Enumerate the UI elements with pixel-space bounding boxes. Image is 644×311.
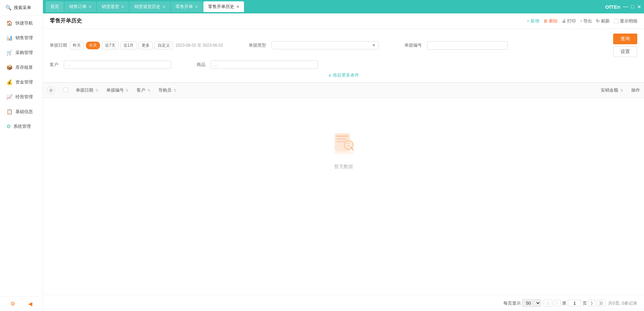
sidebar-item-base-info[interactable]: 📋 基础信息 bbox=[0, 104, 43, 119]
sidebar-item-sys-mgmt[interactable]: ⚙ 系统管理 bbox=[0, 119, 43, 134]
empty-illustration bbox=[327, 125, 360, 158]
first-page-btn[interactable]: ⟨⟨ bbox=[544, 300, 552, 307]
tab-sales-return[interactable]: 销货退货 ✕ bbox=[97, 1, 129, 12]
date-buttons: 昨天 今天 近7天 近1月 更多 自定义 bbox=[70, 42, 173, 49]
tab-home-label: 首页 bbox=[50, 4, 59, 10]
col-customer-label: 客户 bbox=[137, 88, 145, 93]
date-filter-field: 单据日期 昨天 今天 近7天 近1月 更多 自定义 2023-06-02 至 2… bbox=[50, 42, 223, 49]
tab-sales-return-history-close[interactable]: ✕ bbox=[162, 5, 165, 9]
search-menu-item[interactable]: 🔍 搜索采单 bbox=[0, 0, 43, 16]
col-amount-label: 实销金额 bbox=[601, 88, 618, 93]
col-date-header: 单据日期 ⇅ bbox=[72, 83, 102, 98]
col-date-sort-icon[interactable]: ⇅ bbox=[95, 88, 98, 92]
prev-page-btn[interactable]: ⟨ bbox=[554, 300, 561, 307]
col-billno-sort-icon[interactable]: ⇅ bbox=[126, 88, 129, 92]
bill-type-filter-field: 单据类型 ▼ bbox=[249, 41, 379, 49]
goods-value: ... bbox=[214, 62, 315, 67]
page-number-input[interactable] bbox=[568, 300, 581, 307]
date-btn-today[interactable]: 今天 bbox=[86, 42, 100, 49]
bill-type-select[interactable]: ▼ bbox=[271, 41, 379, 49]
sidebar-item-inventory[interactable]: 📦 库存核算 bbox=[0, 60, 43, 75]
sys-mgmt-icon: ⚙ bbox=[6, 123, 11, 129]
query-button[interactable]: 查询 bbox=[613, 34, 637, 44]
tab-retail-open-close[interactable]: ✕ bbox=[195, 5, 198, 9]
tab-retail-open[interactable]: 零售开单 ✕ bbox=[171, 1, 203, 12]
col-customer-sort-icon[interactable]: ⇅ bbox=[147, 88, 150, 92]
last-page-btn[interactable]: ⟩⟩ bbox=[597, 300, 605, 307]
filter-row-2: 客户 ... 商品 ... bbox=[50, 60, 637, 69]
customer-label: 客户 bbox=[50, 62, 58, 68]
collapse-icon: ∧ bbox=[328, 73, 332, 78]
table-settings-gear[interactable]: ⚙ bbox=[47, 86, 55, 94]
operations-icon: 📈 bbox=[6, 94, 13, 100]
sidebar-item-label: 经营管理 bbox=[15, 94, 33, 100]
tab-home[interactable]: 首页 bbox=[46, 1, 64, 12]
select-all-checkbox[interactable] bbox=[63, 88, 68, 92]
bill-no-input[interactable] bbox=[427, 41, 508, 50]
tab-sales-return-history[interactable]: 销货退货历史 ✕ bbox=[130, 1, 170, 12]
date-label: 单据日期 bbox=[50, 42, 67, 48]
col-customer-header: 客户 ⇅ bbox=[133, 83, 154, 98]
bill-type-label: 单据类型 bbox=[249, 42, 266, 48]
date-btn-7days[interactable]: 近7天 bbox=[102, 42, 118, 49]
collapse-sidebar-btn[interactable]: ◀ bbox=[28, 301, 32, 307]
sidebar-item-quick-nav[interactable]: 🏠 快捷导航 bbox=[0, 16, 43, 31]
tab-sales-order[interactable]: 销售订单 ✕ bbox=[64, 1, 96, 12]
col-operation-label: 操作 bbox=[631, 88, 640, 93]
sidebar-item-label: 销售管理 bbox=[15, 35, 33, 41]
col-amount-header: 实销金额 ⇅ bbox=[597, 83, 627, 98]
delete-button[interactable]: 🗑 删除 bbox=[543, 18, 558, 24]
display-detail-checkbox[interactable]: 显示明细 bbox=[614, 18, 637, 24]
settings-icon-btn[interactable]: ⚙ bbox=[10, 301, 15, 307]
col-operation-header: 操作 bbox=[627, 83, 644, 98]
close-btn[interactable]: ✕ bbox=[637, 4, 641, 10]
print-button[interactable]: 🖨 打印 bbox=[562, 18, 576, 24]
sidebar-item-label: 采购管理 bbox=[15, 50, 33, 56]
col-salesperson-sort-icon[interactable]: ⇅ bbox=[174, 88, 177, 92]
bill-no-label: 单据编号 bbox=[404, 42, 422, 48]
sidebar-item-sales-mgmt[interactable]: 📊 销售管理 bbox=[0, 31, 43, 45]
sidebar-item-finance[interactable]: 💰 资金管理 bbox=[0, 75, 43, 90]
next-page-btn[interactable]: ⟩ bbox=[588, 300, 595, 307]
col-amount-sort-icon[interactable]: ⇅ bbox=[620, 88, 623, 92]
sidebar-item-label: 快捷导航 bbox=[15, 20, 33, 26]
svg-point-0 bbox=[334, 151, 353, 154]
per-page-select[interactable]: 10 20 50 100 bbox=[522, 299, 541, 307]
sidebar: 🔍 搜索采单 🏠 快捷导航 📊 销售管理 🛒 采购管理 📦 库存核算 💰 资金管… bbox=[0, 0, 43, 311]
pagination: 每页显示 10 20 50 100 ⟨⟨ ⟨ 第 页 ⟩ ⟩⟩ 共0页, 0条记… bbox=[43, 295, 644, 311]
collapse-label: 收起更多条件 bbox=[333, 72, 359, 78]
content-area: 零售开单历史 + 新增 🗑 删除 🖨 打印 ↑ 导出 ↻ 刷新 显示明细 单据日… bbox=[43, 13, 644, 311]
col-billno-header: 单据编号 ⇅ bbox=[102, 83, 133, 98]
add-button[interactable]: + 新增 bbox=[527, 18, 539, 24]
goods-select[interactable]: ... bbox=[211, 60, 318, 69]
col-salesperson-label: 导购员 bbox=[158, 88, 171, 93]
svg-point-9 bbox=[349, 143, 350, 144]
sidebar-item-operations[interactable]: 📈 经营管理 bbox=[0, 90, 43, 104]
tab-sales-return-close[interactable]: ✕ bbox=[121, 5, 124, 9]
sidebar-item-purchase-mgmt[interactable]: 🛒 采购管理 bbox=[0, 45, 43, 60]
svg-rect-2 bbox=[336, 136, 348, 137]
tab-sales-order-close[interactable]: ✕ bbox=[89, 5, 92, 9]
col-billno-label: 单据编号 bbox=[106, 88, 124, 93]
filter-settings-button[interactable]: 设置 bbox=[613, 46, 637, 57]
data-table: ⚙ 单据日期 ⇅ 单据编号 ⇅ bbox=[43, 83, 644, 197]
refresh-button[interactable]: ↻ 刷新 bbox=[596, 18, 610, 24]
date-btn-1month[interactable]: 近1月 bbox=[120, 42, 137, 49]
minimize-btn[interactable]: — bbox=[623, 4, 628, 10]
date-btn-custom[interactable]: 自定义 bbox=[155, 42, 173, 49]
collapse-filter-btn[interactable]: ∧ 收起更多条件 bbox=[50, 72, 637, 78]
tabs-bar: 首页 销售订单 ✕ 销货退货 ✕ 销货退货历史 ✕ 零售开单 ✕ 零售开单历史 … bbox=[43, 0, 644, 13]
svg-point-8 bbox=[346, 143, 347, 144]
sidebar-item-label: 基础信息 bbox=[15, 109, 33, 115]
tab-sales-return-label: 销货退货 bbox=[102, 4, 119, 10]
main-area: 首页 销售订单 ✕ 销货退货 ✕ 销货退货历史 ✕ 零售开单 ✕ 零售开单历史 … bbox=[43, 0, 644, 311]
tab-retail-open-history[interactable]: 零售开单历史 ✕ bbox=[203, 1, 244, 12]
restore-btn[interactable]: □ bbox=[631, 4, 634, 10]
export-button[interactable]: ↑ 导出 bbox=[580, 18, 592, 24]
header-actions: + 新增 🗑 删除 🖨 打印 ↑ 导出 ↻ 刷新 显示明细 bbox=[527, 18, 637, 24]
date-btn-more[interactable]: 更多 bbox=[139, 42, 153, 49]
tab-retail-open-history-close[interactable]: ✕ bbox=[236, 5, 239, 9]
sales-icon: 📊 bbox=[6, 35, 13, 41]
customer-select[interactable]: ... bbox=[64, 60, 171, 69]
date-btn-yesterday[interactable]: 昨天 bbox=[70, 42, 84, 49]
